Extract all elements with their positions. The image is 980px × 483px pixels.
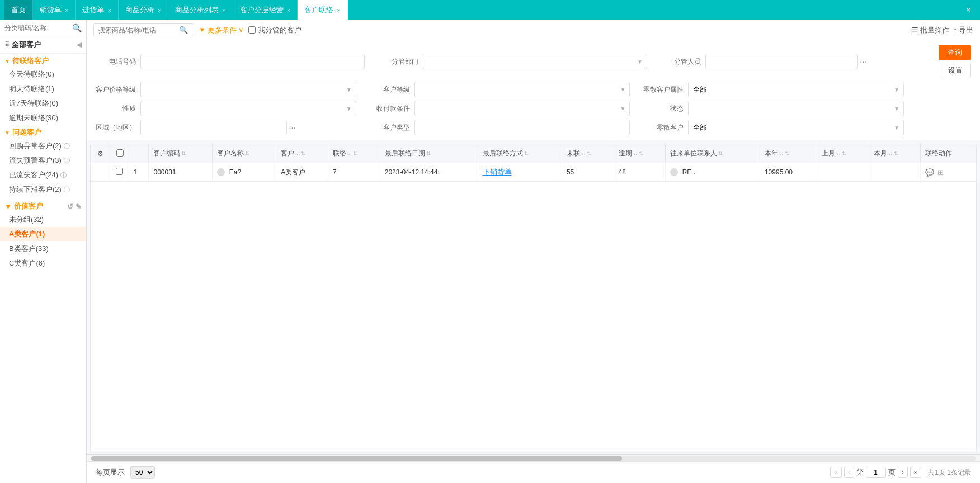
sidebar-item-churn-warning[interactable]: 流失预警客户(3) ⓘ xyxy=(0,153,86,168)
collapse-icon[interactable]: ◀ xyxy=(77,41,82,49)
sidebar-item-lost[interactable]: 已流失客户(24) ⓘ xyxy=(0,168,86,182)
sidebar-item-declining[interactable]: 持续下滑客户(2) ⓘ xyxy=(0,182,86,197)
select-all-checkbox[interactable] xyxy=(116,149,124,157)
horizontal-scrollbar[interactable] xyxy=(87,454,980,461)
all-customers-header[interactable]: ⠿ 全部客户 ◀ xyxy=(0,36,86,54)
td-this-month xyxy=(869,163,921,182)
nav-tab-goods-list-close[interactable]: × xyxy=(222,7,225,13)
my-customer-check[interactable] xyxy=(248,26,256,34)
nav-tab-customer-contact-close[interactable]: × xyxy=(337,7,340,13)
filter-nature: 性质 ▼ xyxy=(96,101,356,116)
sidebar-item-class-c[interactable]: C类客户(6) xyxy=(0,256,86,271)
declining-label: 持续下滑客户(2) xyxy=(9,184,62,195)
region-input[interactable] xyxy=(140,120,287,135)
scrollbar-thumb[interactable] xyxy=(91,456,622,461)
th-no-contact[interactable]: 未联...⇅ xyxy=(562,144,614,163)
batch-operation-button[interactable]: ☰ 批量操作 xyxy=(912,25,949,35)
th-last-month[interactable]: 上月...⇅ xyxy=(817,144,869,163)
td-code[interactable]: 000031 xyxy=(149,163,213,182)
nav-tab-home[interactable]: 首页 xyxy=(4,0,33,20)
th-contact[interactable]: 联络...⇅ xyxy=(328,144,380,163)
close-all-button[interactable]: × xyxy=(962,5,976,15)
content-area: 🔍 ▼ 更多条件 ∨ 我分管的客户 ☰ 批量操作 ↑ 导出 xyxy=(87,20,980,483)
th-last-date[interactable]: 最后联络日期⇅ xyxy=(380,144,478,163)
filter-row-3: 性质 ▼ 收付款条件 ▼ 状态 xyxy=(96,101,971,116)
customer-level-select[interactable] xyxy=(414,82,630,97)
manager-input[interactable] xyxy=(705,54,858,69)
sidebar-item-today[interactable]: 今天待联络(0) xyxy=(0,67,86,82)
th-this-month[interactable]: 本月...⇅ xyxy=(869,144,921,163)
retail-customer-select[interactable]: 全部 xyxy=(688,120,904,135)
retail-attr-label: 零散客户属性 xyxy=(643,85,688,94)
nav-tab-goods-analysis-close[interactable]: × xyxy=(158,7,161,13)
query-button[interactable]: 查询 xyxy=(939,45,971,60)
sidebar-item-class-a[interactable]: A类客户(1) xyxy=(0,227,86,242)
next-page-button[interactable]: › xyxy=(898,467,908,478)
sidebar-item-repurchase-abnormal[interactable]: 回购异常客户(2) ⓘ xyxy=(0,139,86,153)
scrollbar-track[interactable] xyxy=(91,456,976,461)
prev-page-button[interactable]: ‹ xyxy=(844,467,854,478)
td-last-method[interactable]: 下销货单 xyxy=(478,163,562,182)
dept-select[interactable] xyxy=(423,54,647,69)
nav-tab-sales[interactable]: 销货单 × xyxy=(33,0,76,20)
filter-manager: 分管人员 ··· xyxy=(661,54,930,69)
last-page-button[interactable]: » xyxy=(910,467,922,478)
td-overdue: 48 xyxy=(614,163,666,182)
td-type: A类客户 xyxy=(276,163,328,182)
region-dots[interactable]: ··· xyxy=(287,123,298,132)
grid-action-icon[interactable]: ⊞ xyxy=(937,168,944,177)
th-unit-contact[interactable]: 往来单位联系人⇅ xyxy=(666,144,760,163)
search-input[interactable] xyxy=(98,26,177,34)
td-check[interactable] xyxy=(111,163,129,182)
value-customer-group[interactable]: ▼ 价值客户 ↺ ✎ xyxy=(0,199,86,212)
nav-tab-goods-analysis[interactable]: 商品分析 × xyxy=(119,0,168,20)
nature-select[interactable] xyxy=(140,101,356,116)
th-type[interactable]: 客户...⇅ xyxy=(276,144,328,163)
nav-tab-customer-tier-close[interactable]: × xyxy=(287,7,290,13)
nav-tab-purchase-close[interactable]: × xyxy=(107,7,111,13)
edit-icon[interactable]: ✎ xyxy=(76,202,82,211)
th-overdue[interactable]: 逾期...⇅ xyxy=(614,144,666,163)
nav-tab-sales-close[interactable]: × xyxy=(65,7,68,13)
filter-icon: ▼ xyxy=(199,26,206,34)
sidebar-search-icon[interactable]: 🔍 xyxy=(72,23,82,32)
first-page-button[interactable]: « xyxy=(830,467,842,478)
sidebar-item-class-b[interactable]: B类客户(33) xyxy=(0,242,86,256)
search-icon[interactable]: 🔍 xyxy=(179,26,188,34)
status-select[interactable] xyxy=(688,101,904,116)
row-checkbox[interactable] xyxy=(116,168,123,175)
per-page-select[interactable]: 50 xyxy=(130,466,155,479)
last-method-link[interactable]: 下销货单 xyxy=(483,168,512,176)
th-check[interactable] xyxy=(111,144,129,163)
th-gear[interactable]: ⚙ xyxy=(91,144,111,163)
my-customer-checkbox[interactable]: 我分管的客户 xyxy=(248,25,301,35)
chat-action-icon[interactable]: 💬 xyxy=(925,168,934,177)
page-input[interactable] xyxy=(866,467,886,478)
retail-attr-select[interactable]: 全部 xyxy=(688,82,904,97)
nav-tab-customer-contact[interactable]: 客户联络 × xyxy=(298,0,347,20)
nav-tab-purchase[interactable]: 进货单 × xyxy=(76,0,118,20)
manager-dots[interactable]: ··· xyxy=(858,57,869,66)
th-this-year[interactable]: 本年...⇅ xyxy=(760,144,817,163)
sidebar-item-7days[interactable]: 近7天待联络(0) xyxy=(0,96,86,111)
price-level-select[interactable] xyxy=(140,82,356,97)
sidebar-item-unclassified[interactable]: 未分组(32) xyxy=(0,212,86,227)
phone-input[interactable] xyxy=(140,54,365,69)
pending-contact-group[interactable]: ▼ 待联络客户 xyxy=(0,54,86,67)
more-filter-button[interactable]: ▼ 更多条件 ∨ xyxy=(199,25,244,35)
sidebar-item-overdue[interactable]: 逾期未联络(30) xyxy=(0,111,86,125)
th-name[interactable]: 客户名称⇅ xyxy=(213,144,276,163)
th-last-method[interactable]: 最后联络方式⇅ xyxy=(478,144,562,163)
export-button[interactable]: ↑ 导出 xyxy=(954,25,974,35)
settings-button[interactable]: 设置 xyxy=(940,63,971,78)
th-code[interactable]: 客户编码⇅ xyxy=(149,144,213,163)
nav-tab-customer-tier[interactable]: 客户分层经营 × xyxy=(233,0,298,20)
refresh-icon[interactable]: ↺ xyxy=(67,202,73,211)
sidebar-item-tomorrow[interactable]: 明天待联络(1) xyxy=(0,82,86,96)
main-layout: 🔍 ⠿ 全部客户 ◀ ▼ 待联络客户 今天待联络(0) 明天待联络(1) 近7天… xyxy=(0,20,980,483)
sidebar-search-input[interactable] xyxy=(4,24,72,32)
customer-type-input[interactable] xyxy=(414,120,630,135)
nav-tab-goods-list[interactable]: 商品分析列表 × xyxy=(168,0,233,20)
payment-select[interactable] xyxy=(414,101,630,116)
problem-customer-group[interactable]: ▼ 问题客户 xyxy=(0,125,86,139)
